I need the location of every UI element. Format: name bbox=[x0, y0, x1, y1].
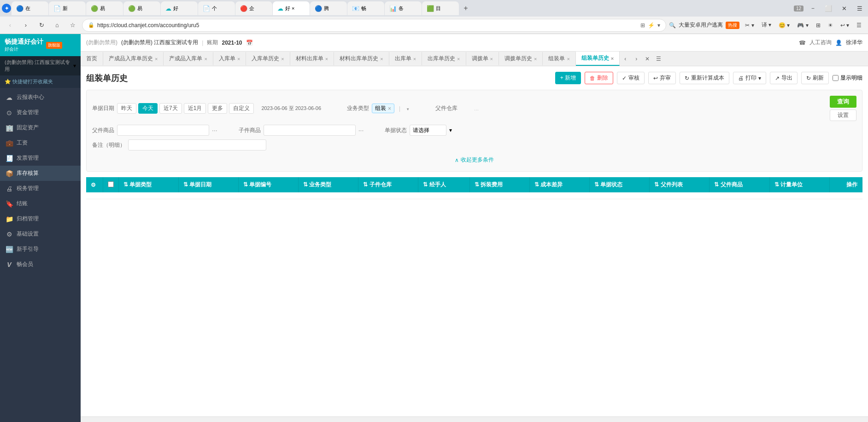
page-tab-out[interactable]: 出库单 × bbox=[389, 52, 422, 65]
child-goods-input[interactable] bbox=[264, 125, 356, 136]
business-type-dropdown[interactable] bbox=[405, 105, 410, 112]
browser-tab-4[interactable]: 🟢 易 bbox=[123, 1, 160, 15]
scissors-tool[interactable]: ✂ ▾ bbox=[742, 21, 757, 29]
th-parent-goods[interactable]: ⇅ 父件商品 bbox=[710, 177, 769, 192]
print-button[interactable]: 🖨 打印 ▾ bbox=[733, 72, 766, 84]
parent-goods-input[interactable] bbox=[117, 125, 209, 136]
url-bar[interactable]: 🔒 https://cloud.chanjet.com/accounting/u… bbox=[82, 19, 666, 32]
show-detail-checkbox[interactable] bbox=[833, 75, 839, 81]
tab-nav-right[interactable]: › bbox=[631, 52, 642, 66]
url-dropdown-icon[interactable]: ▾ bbox=[657, 22, 660, 29]
browser-tab-7[interactable]: 🔴 企 bbox=[235, 1, 272, 15]
page-tab-in[interactable]: 入库单 × bbox=[213, 52, 246, 65]
tab-nav-close[interactable]: ✕ bbox=[642, 52, 653, 66]
menu-button[interactable]: ☰ bbox=[853, 2, 866, 15]
calendar-icon[interactable]: 📅 bbox=[246, 40, 253, 46]
sidebar-item-archive[interactable]: 📁 归档管理 bbox=[0, 211, 81, 226]
tab-close-icon[interactable]: × bbox=[204, 56, 207, 62]
page-tab-transfer-history[interactable]: 调拨单历史 × bbox=[499, 52, 543, 65]
horizontal-scrollbar[interactable] bbox=[81, 416, 868, 422]
th-handler[interactable]: ⇅ 经手人 bbox=[418, 177, 469, 192]
th-number[interactable]: ⇅ 单据编号 bbox=[238, 177, 298, 192]
browser-tab-11[interactable]: 📊 各 bbox=[385, 1, 422, 15]
abandon-button[interactable]: ↩ 弃审 bbox=[648, 72, 676, 84]
more-tools[interactable]: ☰ bbox=[854, 21, 864, 29]
new-tab-button[interactable]: + bbox=[459, 2, 472, 15]
browser-tab-12[interactable]: 🟩 目 bbox=[422, 1, 459, 15]
status-select[interactable]: 请选择 待审核 已审核 bbox=[410, 125, 446, 136]
page-tab-transfer[interactable]: 调拨单 × bbox=[466, 52, 499, 65]
sidebar-item-fixed-assets[interactable]: 🏢 固定资产 bbox=[0, 120, 81, 135]
tab-close-icon[interactable]: × bbox=[413, 56, 416, 62]
add-button[interactable]: + 新增 bbox=[555, 72, 581, 84]
tab-close-icon[interactable]: × bbox=[325, 56, 328, 62]
minimize-button[interactable]: － bbox=[806, 2, 819, 15]
forward-button[interactable]: › bbox=[19, 19, 32, 32]
sidebar-item-cloud-report[interactable]: ☁ 云报表中心 bbox=[0, 90, 81, 105]
sidebar-item-salary[interactable]: 💼 工资 bbox=[0, 135, 81, 150]
customer-service-label[interactable]: 人工咨询 bbox=[809, 39, 832, 46]
th-cost-diff[interactable]: ⇅ 成本差异 bbox=[529, 177, 589, 192]
browser-tab-10[interactable]: 📧 畅 bbox=[347, 1, 384, 15]
page-tab-home[interactable]: 首页 bbox=[81, 52, 103, 65]
undo-tool[interactable]: ↩ ▾ bbox=[838, 21, 852, 29]
child-goods-more-icon[interactable]: ··· bbox=[358, 127, 364, 134]
collapse-conditions-row[interactable]: ∧ 收起更多条件 bbox=[92, 154, 856, 166]
grid-tool[interactable]: ⊞ bbox=[813, 21, 823, 29]
favorites-shortcut[interactable]: ⭐ 快捷键打开收藏夹 bbox=[0, 75, 81, 88]
sidebar-item-checkout[interactable]: 🔖 结账 bbox=[0, 196, 81, 211]
page-tab-produce-in-history[interactable]: 产成品入库单历史 × bbox=[103, 52, 164, 65]
tab-close-icon[interactable]: × bbox=[155, 56, 158, 62]
translate-tool[interactable]: 译 ▾ bbox=[759, 20, 774, 30]
tab-close-icon[interactable]: × bbox=[237, 56, 240, 62]
th-date[interactable]: ⇅ 单据日期 bbox=[178, 177, 238, 192]
more-date-btn[interactable]: 更多 bbox=[208, 103, 227, 114]
refresh-button[interactable]: ↻ 刷新 bbox=[801, 72, 829, 84]
tab-close-icon[interactable]: × bbox=[380, 56, 383, 62]
export-button[interactable]: ↗ 导出 bbox=[770, 72, 798, 84]
company-selector[interactable]: (勿删勿禁用) 江西服宝测试专用 ▾ bbox=[0, 56, 81, 75]
select-all-checkbox[interactable] bbox=[108, 181, 114, 187]
sidebar-item-tax[interactable]: 🖨 税务管理 bbox=[0, 181, 81, 196]
th-disassembly-fee[interactable]: ⇅ 拆装费用 bbox=[469, 177, 529, 192]
sidebar-item-guide[interactable]: 🆕 新手引导 bbox=[0, 242, 81, 257]
1month-btn[interactable]: 近1月 bbox=[184, 103, 206, 114]
7days-btn[interactable]: 近7天 bbox=[159, 103, 182, 114]
sidebar-item-inventory[interactable]: 📦 库存核算 bbox=[0, 166, 81, 181]
browser-tab-1[interactable]: 🔵 在 bbox=[12, 1, 48, 15]
customer-service-icon[interactable]: ☎ bbox=[799, 40, 806, 46]
browser-tab-8[interactable]: ☁ 好 × bbox=[273, 1, 310, 15]
tab-close-icon[interactable]: × bbox=[611, 56, 614, 61]
yesterday-btn[interactable]: 昨天 bbox=[117, 103, 136, 114]
custom-date-btn[interactable]: 自定义 bbox=[229, 103, 254, 114]
query-button[interactable]: 查询 bbox=[830, 96, 856, 108]
th-check[interactable] bbox=[103, 177, 118, 192]
browser-tab-3[interactable]: 🟢 易 bbox=[86, 1, 123, 15]
tab-close-icon[interactable]: × bbox=[281, 56, 284, 62]
th-business-type[interactable]: ⇅ 业务类型 bbox=[299, 177, 358, 192]
th-unit[interactable]: ⇅ 计量单位 bbox=[769, 177, 829, 192]
page-tab-in-history[interactable]: 入库单历史 × bbox=[246, 52, 290, 65]
sidebar-item-member[interactable]: V 畅会员 bbox=[0, 257, 81, 272]
audit-button[interactable]: ✓ 审核 bbox=[617, 72, 645, 84]
tab-close-icon[interactable]: × bbox=[567, 56, 569, 62]
show-detail-checkbox-label[interactable]: 显示明细 bbox=[833, 74, 862, 82]
page-tab-assembly-history[interactable]: 组装单历史 × bbox=[576, 52, 620, 66]
sidebar-item-fund[interactable]: ⊙ 资金管理 bbox=[0, 105, 81, 120]
filter-settings-button[interactable]: 设置 bbox=[830, 110, 856, 121]
sidebar-item-invoice[interactable]: 🧾 发票管理 bbox=[0, 150, 81, 166]
delete-button[interactable]: 🗑 删除 bbox=[585, 72, 613, 84]
tab-close-icon[interactable]: × bbox=[534, 56, 537, 62]
back-button[interactable]: ‹ bbox=[4, 19, 17, 32]
th-child-warehouse[interactable]: ⇅ 子件仓库 bbox=[358, 177, 418, 192]
page-tab-produce-in[interactable]: 产成品入库单 × bbox=[164, 52, 213, 65]
remarks-input[interactable] bbox=[128, 139, 266, 150]
recalculate-button[interactable]: ↻ 重新计算成本 bbox=[680, 72, 729, 84]
page-tab-material-out[interactable]: 材料出库单 × bbox=[290, 52, 334, 65]
parent-goods-more-icon[interactable]: ··· bbox=[212, 127, 217, 134]
page-tab-material-out-history[interactable]: 材料出库单历史 × bbox=[334, 52, 389, 65]
sun-tool[interactable]: ☀ bbox=[825, 21, 836, 29]
page-tab-assembly[interactable]: 组装单 × bbox=[543, 52, 575, 65]
close-browser-button[interactable]: ✕ bbox=[838, 2, 850, 15]
tab-close-icon[interactable]: × bbox=[490, 56, 493, 62]
